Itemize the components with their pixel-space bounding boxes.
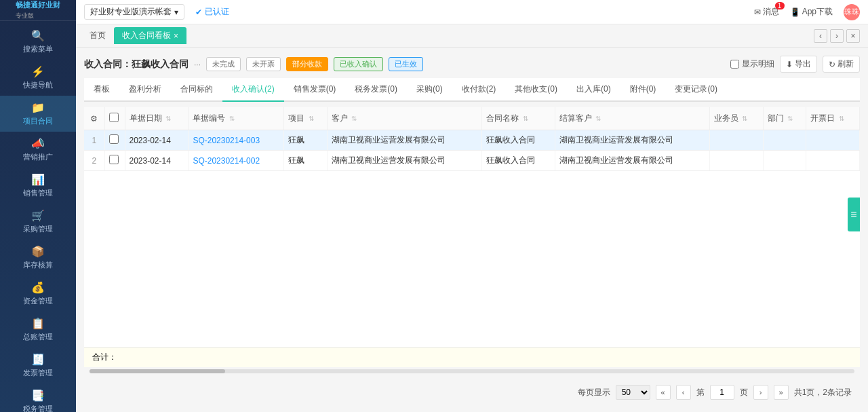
app-download-button[interactable]: 📱 App下载 [790,6,833,18]
row-date-0: 2023-02-14 [125,130,189,151]
sidebar-item-10[interactable]: 📑税务管理 [0,383,76,412]
inner-tab-0[interactable]: 看板 [84,78,119,102]
page-content: 收入合同：狂飙收入合同 ··· 未完成 未开票 部分收款 已收入确认 已生效 显… [76,48,868,412]
sidebar-icon-1: ⚡ [31,65,45,78]
inner-tab-7[interactable]: 收付款(2) [452,78,506,102]
col-checkbox[interactable] [104,107,125,130]
inner-tab-2[interactable]: 合同标的 [171,78,222,102]
app-logo: 畅捷通好业财 专业版 [0,0,76,21]
export-button[interactable]: ⬇ 导出 [780,56,817,73]
status-not-invoiced[interactable]: 未开票 [246,57,281,71]
sidebar-label-10: 税务管理 [23,404,53,412]
sidebar-item-3[interactable]: 📣营销推广 [0,132,76,168]
sidebar-item-4[interactable]: 📊销售管理 [0,168,76,204]
table-container[interactable]: ⚙ 单据日期 ⇅ 单据编号 ⇅ 项目 ⇅ 客户 ⇅ 合同名称 ⇅ 结算客户 ⇅ … [84,107,860,347]
sidebar-label-0: 搜索菜单 [23,44,53,54]
row-customer-0: 湖南卫视商业运营发展有限公司 [327,130,481,151]
scrollbar-area[interactable] [84,367,860,375]
page-input[interactable] [710,385,734,400]
pagination: 每页显示 50 20 100 « ‹ 第 页 › » 共1页，2条记录 [84,381,860,404]
row-salesman-0 [710,130,764,151]
inner-tab-3[interactable]: 收入确认(2) [222,78,284,102]
inner-tab-8[interactable]: 其他收支(0) [505,78,567,102]
main-area: 好业财专业版演示帐套 ▾ ✔ 已认证 ✉ 1 消息 📱 App下载 珠珠 [76,0,868,412]
inner-tab-5[interactable]: 税务发票(0) [345,78,407,102]
row-project-1: 狂飙 [284,151,328,171]
first-page-button[interactable]: « [656,385,671,400]
table-body: 1 2023-02-14 SQ-20230214-003 狂飙 湖南卫视商业运营… [84,130,860,171]
row-check-0[interactable] [104,130,125,151]
message-button[interactable]: ✉ 1 消息 [754,6,779,18]
company-selector[interactable]: 好业财专业版演示帐套 ▾ [84,4,184,20]
tab-close-button[interactable]: × [174,31,178,41]
show-detail-input[interactable] [730,60,739,69]
home-tab[interactable]: 首页 [84,27,111,44]
table-row: 1 2023-02-14 SQ-20230214-003 狂飙 湖南卫视商业运营… [84,130,860,151]
row-num-1: 2 [84,151,104,171]
row-code-1[interactable]: SQ-20230214-002 [189,151,284,171]
tab-navigation: ‹ › × [814,29,860,43]
sidebar-item-5[interactable]: 🛒采购管理 [0,204,76,240]
status-confirmed[interactable]: 已收入确认 [334,57,383,71]
logo-sub: 专业版 [16,12,60,20]
sidebar-icon-8: 📋 [31,317,45,330]
tab-next-button[interactable]: › [830,29,844,43]
sidebar-item-1[interactable]: ⚡快捷导航 [0,60,76,96]
right-action-panel[interactable]: ≡ [848,198,860,231]
row-check-1[interactable] [104,151,125,171]
refresh-button[interactable]: ↻ 刷新 [823,56,860,73]
page-size-select[interactable]: 50 20 100 [616,385,650,400]
tab-close-all-button[interactable]: × [846,29,860,43]
sidebar-item-6[interactable]: 📦库存核算 [0,240,76,276]
status-partial[interactable]: 部分收款 [286,57,328,71]
tab-prev-button[interactable]: ‹ [814,29,827,43]
sidebar-item-2[interactable]: 📁项目合同 [0,96,76,132]
sidebar-icon-6: 📦 [31,245,45,258]
sidebar-nav: 🔍搜索菜单⚡快捷导航📁项目合同📣营销推广📊销售管理🛒采购管理📦库存核算💰资金管理… [0,21,76,412]
inner-tab-6[interactable]: 采购(0) [407,78,452,102]
col-gear[interactable]: ⚙ [84,107,104,130]
col-salesman: 业务员 ⇅ [710,107,764,130]
inner-tab-10[interactable]: 附件(0) [620,78,666,102]
topbar-right: ✉ 1 消息 📱 App下载 珠珠 [754,4,860,20]
row-contract-1: 狂飙收入合同 [482,151,555,171]
last-page-button[interactable]: » [774,385,789,400]
sidebar-icon-3: 📣 [31,137,45,150]
show-detail-checkbox[interactable]: 显示明细 [730,58,774,70]
active-tab[interactable]: 收入合同看板 × [114,27,186,44]
export-icon: ⬇ [786,60,793,69]
sidebar-item-0[interactable]: 🔍搜索菜单 [0,24,76,60]
scrollbar-track[interactable] [90,369,854,373]
show-detail-label: 显示明细 [742,58,774,70]
col-dept: 部门 ⇅ [763,107,806,130]
row-dept-0 [763,130,806,151]
user-avatar[interactable]: 珠珠 [844,4,860,20]
inner-tab-11[interactable]: 变更记录(0) [665,78,727,102]
row-dept-1 [763,151,806,171]
sidebar-icon-9: 🧾 [31,353,45,366]
select-all-checkbox[interactable] [109,113,119,122]
sidebar-icon-10: 📑 [31,389,45,402]
sidebar-label-9: 发票管理 [23,368,53,378]
prev-page-button[interactable]: ‹ [676,385,691,400]
scrollbar-thumb[interactable] [90,369,225,373]
sidebar-item-8[interactable]: 📋总账管理 [0,312,76,348]
sidebar-item-9[interactable]: 🧾发票管理 [0,348,76,383]
status-not-done[interactable]: 未完成 [206,57,241,71]
inner-tab-4[interactable]: 销售发票(0) [284,78,346,102]
phone-icon: 📱 [790,7,800,17]
col-customer: 客户 ⇅ [327,107,481,130]
data-table: ⚙ 单据日期 ⇅ 单据编号 ⇅ 项目 ⇅ 客户 ⇅ 合同名称 ⇅ 结算客户 ⇅ … [84,107,860,171]
next-page-button[interactable]: › [753,385,768,400]
sidebar-label-7: 资金管理 [23,296,53,306]
col-billing-customer: 结算客户 ⇅ [555,107,709,130]
sidebar-label-3: 营销推广 [23,152,53,162]
sidebar-item-7[interactable]: 💰资金管理 [0,276,76,312]
row-code-0[interactable]: SQ-20230214-003 [189,130,284,151]
inner-tab-1[interactable]: 盈利分析 [119,78,171,102]
status-effective[interactable]: 已生效 [389,57,423,71]
sidebar-label-5: 采购管理 [23,224,53,234]
contract-more-button[interactable]: ··· [194,60,201,69]
row-date-1: 2023-02-14 [125,151,189,171]
inner-tab-9[interactable]: 出入库(0) [567,78,620,102]
